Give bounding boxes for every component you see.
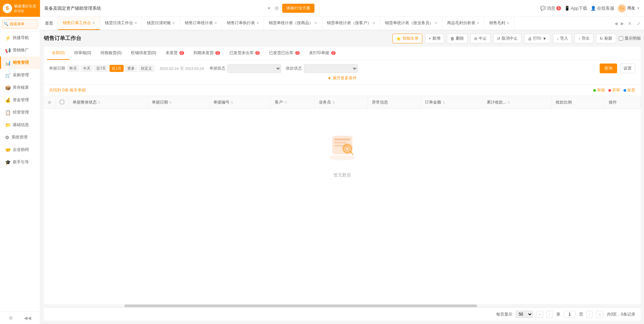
refresh-button[interactable]: ↻ 刷新 (596, 34, 616, 43)
col-date[interactable]: 单据日期 ⇅ (147, 96, 209, 109)
tab-next-icon[interactable]: ▶ (619, 21, 625, 27)
expand-conditions-button[interactable]: ▼ 展开更多条件 (328, 75, 357, 81)
sidebar-item-marketing[interactable]: 📢 营销推广 (0, 44, 40, 56)
smart-generate-button[interactable]: ⭐ 智能生单 (392, 34, 422, 43)
import-button[interactable]: ↓ 导入 (553, 34, 572, 43)
filter-tab-pending-audit[interactable]: 待审核(0) (70, 47, 96, 60)
search-menu-button[interactable]: 🔍 搜索菜单 (2, 19, 38, 29)
tab-sales-profit[interactable]: 销售毛利 ✕ (484, 17, 514, 30)
table-select-all[interactable] (56, 96, 69, 109)
col-amount[interactable]: 订单金额 ⇅ (421, 96, 482, 109)
sidebar-item-finance[interactable]: 💰 资金管理 (0, 94, 40, 106)
prev-page-button[interactable]: ‹ (547, 311, 553, 318)
settings-icon[interactable]: ⚙ (9, 315, 13, 321)
tab-close-sales-staff[interactable]: ✕ (435, 21, 437, 25)
date-today[interactable]: 今天 (81, 65, 93, 72)
tab-sales-exec[interactable]: 销售订单执行表 ✕ (222, 17, 264, 30)
status-select[interactable] (227, 64, 281, 73)
query-button[interactable]: 查询 (600, 64, 617, 73)
collapse-icon[interactable]: ◀◀ (24, 315, 31, 321)
filter-tab-pending-inspect[interactable]: 待拣验货(0) (96, 47, 126, 60)
tab-sales-customer[interactable]: 销货单统计表（按客户） ✕ (322, 17, 380, 30)
filter-tab-unshipped[interactable]: 未发货 0 (161, 47, 189, 60)
app-download-button[interactable]: 📱 App下载 (564, 5, 587, 11)
sidebar-item-purchase[interactable]: 🛒 采购管理 (0, 69, 40, 81)
col-customer[interactable]: 客户 ⇅ (271, 96, 315, 109)
user-menu[interactable]: Ea 用友 ▼ (618, 4, 640, 12)
tab-cash-reconcile[interactable]: 钱货日清对账 ✕ (142, 17, 180, 30)
industry-solution-button[interactable]: 体验行业方案 (282, 4, 314, 13)
tab-cash-daily[interactable]: 钱货日清工作台 ✕ (100, 17, 142, 30)
delete-button[interactable]: 🗑 删除 (447, 34, 468, 43)
filter-tab-shipped-out[interactable]: 已发货已出库 0 (264, 47, 304, 60)
filter-tab-unprinted[interactable]: 未打印单据 0 (304, 47, 340, 60)
tab-close-cash-daily[interactable]: ✕ (134, 21, 137, 25)
page-size-select[interactable]: 10 20 50 100 (516, 311, 533, 318)
col-cumulative[interactable]: 累计收款... ⇅ (482, 96, 551, 109)
date-custom[interactable]: 自定义 (138, 65, 154, 72)
sidebar-item-enterprise[interactable]: 🤝 企业协同 (0, 144, 40, 156)
date-more[interactable]: 更多 (125, 65, 137, 72)
table-settings-col[interactable]: ⚙ (44, 96, 56, 109)
sidebar-item-sales[interactable]: 📊 销售管理 (0, 56, 40, 69)
filter-tab-all[interactable]: 全部(0) (47, 47, 70, 60)
col-staff[interactable]: 业务员 ⇅ (315, 96, 368, 109)
sidebar-item-basic-info[interactable]: 📁 基础信息 (0, 119, 40, 131)
sidebar-item-operation[interactable]: 📋 经营管理 (0, 106, 40, 119)
sidebar-item-newbie[interactable]: 🎓 新手引导 (0, 156, 40, 168)
scrollbar-thumb[interactable] (124, 305, 477, 307)
tab-sales-workbench[interactable]: 销售订单工作台 ✕ (58, 17, 100, 30)
tab-sales-stats[interactable]: 销售订单统计表 ✕ (180, 17, 222, 30)
filter-tab-wangpu-ship[interactable]: 旺铺待发货(0) (126, 47, 161, 60)
tab-sales-staff[interactable]: 销货单统计表（按业务员） ✕ (380, 17, 442, 30)
date-yesterday[interactable]: 昨天 (67, 65, 79, 72)
horizontal-scrollbar[interactable] (44, 304, 641, 308)
tab-maximize-icon[interactable]: ⤢ (635, 20, 643, 27)
tab-close-sales-exec[interactable]: ✕ (256, 21, 259, 25)
stop-button[interactable]: ⊘ 中止 (470, 34, 490, 43)
payment-select[interactable] (304, 64, 358, 73)
date-1month[interactable]: 近1月 (110, 65, 124, 72)
date-7days[interactable]: 近7天 (94, 65, 108, 72)
show-detail-checkbox[interactable]: 显示明细 (619, 36, 641, 41)
audit-button[interactable]: 审核 (593, 87, 605, 93)
next-page-button[interactable]: › (587, 311, 593, 318)
tab-home[interactable]: 首页 (40, 17, 58, 30)
tab-close-sales-customer[interactable]: ✕ (373, 21, 375, 25)
ship-action-button[interactable]: 发货 (624, 87, 635, 93)
tab-close-sales-workbench[interactable]: ✕ (92, 21, 95, 25)
sidebar-item-system[interactable]: ⚙ 系统管理 (0, 131, 40, 144)
page-number-input[interactable] (564, 311, 576, 318)
add-button[interactable]: + 新增 (425, 34, 444, 43)
last-page-button[interactable]: » (596, 311, 603, 318)
tab-sales-goods[interactable]: 销货单统计表（按商品） ✕ (264, 17, 322, 30)
filter-tab-shipped-not-out[interactable]: 已发货未出库 0 (225, 47, 265, 60)
tab-close-sales-stats[interactable]: ✕ (214, 21, 217, 25)
tab-gross-margin[interactable]: 商品毛利分析表 ✕ (442, 17, 484, 30)
dropdown-icon[interactable]: ▼ (267, 6, 271, 11)
tab-close-cash-reconcile[interactable]: ✕ (172, 21, 175, 25)
filter-tab-overdue-unshipped[interactable]: 到期未发货 0 (189, 47, 225, 60)
tab-close-gross-margin[interactable]: ✕ (477, 21, 479, 25)
tab-close-sales-goods[interactable]: ✕ (314, 21, 317, 25)
col-number[interactable]: 单据编号 ⇅ (209, 96, 270, 109)
col-status[interactable]: 单据整体状态 ⇅ (69, 96, 148, 109)
online-service-button[interactable]: 👤 在线客服 (591, 5, 614, 11)
topbar-settings-icon[interactable]: ⚙ (274, 5, 279, 11)
tab-prev-icon[interactable]: ◀ (613, 21, 619, 27)
show-detail-input[interactable] (619, 36, 623, 41)
sidebar-item-inventory[interactable]: 📦 库存核算 (0, 81, 40, 94)
status-field: 单据状态 ▼ (209, 64, 281, 73)
message-button[interactable]: 💬 消息 6 (540, 5, 561, 11)
sidebar-item-quick-nav[interactable]: ⚡ 快捷导航 (0, 32, 40, 44)
print-button[interactable]: 🖨 打印 ▼ (524, 34, 550, 43)
cancel-audit-button[interactable]: 弃审 (608, 87, 620, 93)
settings-button[interactable]: 设置 (620, 64, 635, 73)
tab-close-all-icon[interactable]: ✕ (626, 20, 634, 27)
export-button[interactable]: ↑ 导出 (574, 34, 593, 43)
page-header: 销售订单工作台 ⭐ 智能生单 + 新增 🗑 删除 ⊘ 中止 (44, 34, 641, 43)
tab-close-sales-profit[interactable]: ✕ (507, 21, 509, 25)
select-all-checkbox[interactable] (60, 100, 64, 104)
first-page-button[interactable]: « (536, 311, 543, 318)
cancel-stop-button[interactable]: ↺ 取消中止 (493, 34, 521, 43)
